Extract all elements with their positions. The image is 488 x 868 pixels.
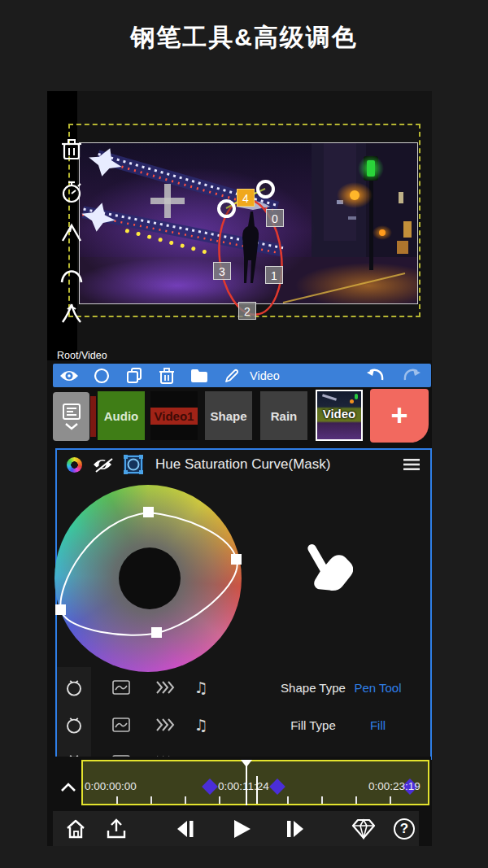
play-icon bbox=[231, 818, 252, 840]
keyframe-toggle[interactable] bbox=[57, 669, 91, 706]
corner-point-icon bbox=[59, 222, 84, 243]
chevrons-icon bbox=[155, 718, 175, 731]
folder-button[interactable] bbox=[183, 364, 216, 387]
music-note-icon: ♫ bbox=[194, 678, 207, 696]
visibility-button[interactable] bbox=[53, 364, 85, 387]
add-track-button[interactable]: + bbox=[370, 389, 429, 443]
undo-button[interactable] bbox=[356, 364, 394, 387]
delete-button[interactable] bbox=[150, 364, 183, 387]
effect-menu-button[interactable] bbox=[403, 458, 420, 471]
graph-icon bbox=[112, 717, 130, 733]
chevrons-icon bbox=[155, 681, 175, 694]
playhead-marker bbox=[241, 760, 252, 767]
hand-cursor-icon bbox=[303, 535, 353, 599]
track-label: Video bbox=[317, 407, 361, 421]
keyframe-toggle[interactable] bbox=[57, 706, 91, 744]
play-button[interactable] bbox=[228, 816, 255, 842]
playhead-tick bbox=[256, 776, 258, 804]
smooth-point-button[interactable] bbox=[57, 259, 86, 288]
pen-point-2[interactable]: 2 bbox=[238, 302, 256, 320]
track-tile-rain[interactable]: Rain bbox=[260, 391, 307, 440]
duplicate-button[interactable] bbox=[118, 364, 150, 387]
next-frame-button[interactable] bbox=[281, 816, 309, 842]
eye-icon bbox=[59, 369, 79, 382]
trash-icon bbox=[61, 138, 82, 161]
rename-button[interactable] bbox=[216, 364, 248, 387]
undo-icon bbox=[365, 368, 385, 384]
question-mark-icon: ? bbox=[400, 821, 408, 837]
param-value[interactable]: Pen Tool bbox=[325, 669, 430, 706]
color-wheel-button[interactable] bbox=[67, 457, 82, 473]
track-tile-video-selected[interactable]: Video bbox=[316, 390, 363, 441]
mask-circle-button[interactable] bbox=[85, 364, 118, 387]
layer-list-button[interactable] bbox=[53, 392, 89, 441]
plus-icon: + bbox=[390, 401, 407, 430]
hidden-track-sliver bbox=[90, 396, 96, 437]
bezier-handle[interactable] bbox=[256, 180, 275, 198]
track-tile-shape[interactable]: Shape bbox=[205, 391, 252, 440]
folder-icon bbox=[190, 369, 208, 383]
curve-handle[interactable] bbox=[55, 604, 66, 615]
redo-button[interactable] bbox=[394, 364, 431, 387]
pen-point-0[interactable]: 0 bbox=[266, 209, 284, 227]
mask-bounds-icon bbox=[123, 454, 144, 475]
pen-point-3[interactable]: 3 bbox=[213, 262, 231, 280]
next-frame-icon bbox=[285, 818, 306, 840]
breadcrumb: Root/Video bbox=[57, 350, 107, 361]
smooth-curve-icon bbox=[59, 263, 85, 284]
previous-frame-icon bbox=[174, 818, 195, 840]
export-icon bbox=[105, 818, 128, 840]
track-tile-video1[interactable]: Video1 bbox=[150, 391, 198, 440]
chevron-down-icon bbox=[64, 422, 79, 430]
redo-icon bbox=[403, 368, 422, 384]
expression-button[interactable] bbox=[148, 706, 182, 744]
curve-handle[interactable] bbox=[143, 507, 154, 517]
timeline-start-time: 0:00:00:00 bbox=[85, 780, 137, 792]
asymmetric-point-button[interactable] bbox=[57, 298, 86, 327]
export-button[interactable] bbox=[102, 816, 130, 842]
keyframe-stopwatch-button[interactable] bbox=[57, 177, 86, 207]
effect-visibility-toggle[interactable] bbox=[92, 456, 113, 473]
collapse-panel-button[interactable] bbox=[59, 778, 78, 797]
param-value[interactable]: Fill bbox=[325, 706, 430, 744]
track-label: Shape bbox=[210, 409, 246, 423]
timeline-tick bbox=[287, 796, 289, 804]
timeline-tick bbox=[150, 796, 152, 804]
track-label: Rain bbox=[271, 409, 298, 423]
audio-link-button[interactable]: ♫ bbox=[184, 669, 218, 706]
edit-target-label: Video bbox=[250, 369, 280, 382]
bezier-handle[interactable] bbox=[217, 199, 236, 218]
previous-frame-button[interactable] bbox=[171, 816, 198, 842]
pen-point-1[interactable]: 1 bbox=[265, 266, 283, 284]
curve-handle[interactable] bbox=[231, 554, 242, 565]
copy-icon bbox=[125, 367, 143, 385]
mask-select-button[interactable] bbox=[123, 454, 144, 475]
curve-editor-button[interactable] bbox=[104, 706, 138, 744]
thumb-garland bbox=[322, 394, 337, 400]
timeline-current-time: 0:00:11:24 bbox=[218, 780, 269, 792]
audio-link-button[interactable]: ♫ bbox=[184, 706, 218, 744]
eye-off-icon bbox=[92, 456, 113, 473]
track-tile-audio[interactable]: Audio bbox=[98, 391, 145, 440]
curve-handle[interactable] bbox=[151, 627, 162, 638]
graph-icon bbox=[112, 679, 130, 696]
timeline-tick bbox=[116, 796, 118, 804]
corner-point-button[interactable] bbox=[57, 218, 86, 247]
timeline-end-time: 0:00:23:19 bbox=[368, 780, 420, 792]
asymmetric-point-icon bbox=[59, 301, 84, 324]
layer-list-icon bbox=[62, 403, 81, 421]
expression-button[interactable] bbox=[148, 669, 182, 706]
curve-editor-button[interactable] bbox=[104, 669, 138, 706]
menu-icon bbox=[403, 458, 420, 471]
home-button[interactable] bbox=[62, 816, 89, 842]
delete-point-button[interactable] bbox=[57, 135, 86, 164]
pen-point-4[interactable]: 4 bbox=[237, 189, 255, 207]
help-button[interactable]: ? bbox=[390, 816, 418, 842]
timeline-tick bbox=[321, 796, 323, 804]
timeline-tick bbox=[219, 796, 220, 804]
edit-toolbar: Video bbox=[53, 364, 431, 387]
stopwatch-icon bbox=[64, 715, 84, 735]
page-title: 钢笔工具&高级调色 bbox=[0, 21, 488, 55]
effect-title: Hue Saturation Curve(Mask) bbox=[155, 456, 403, 473]
premium-button[interactable] bbox=[350, 816, 377, 842]
